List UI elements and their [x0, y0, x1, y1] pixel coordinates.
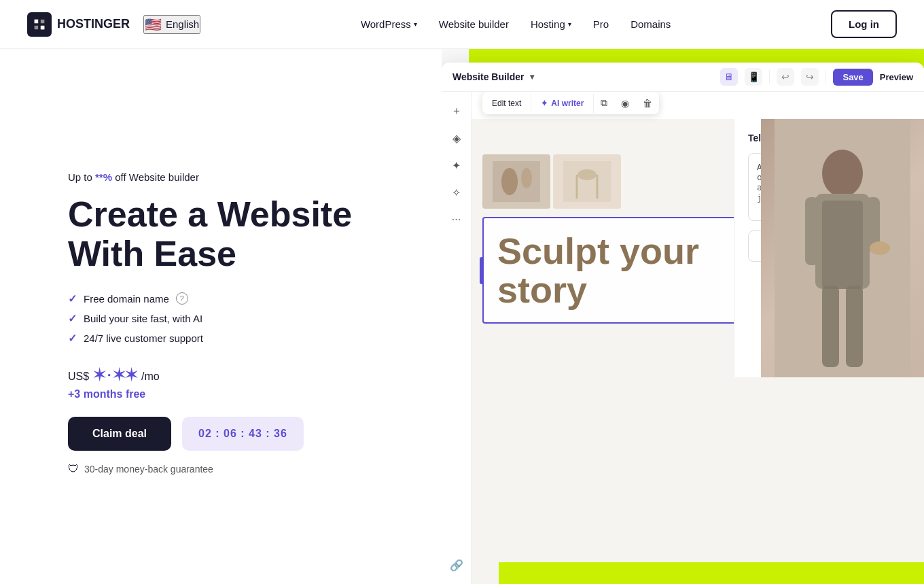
- nav-pro[interactable]: Pro: [593, 18, 609, 30]
- nav-wordpress[interactable]: WordPress ▾: [361, 18, 417, 30]
- price-display: ✶ ● ✶✶: [93, 366, 137, 384]
- info-icon[interactable]: ?: [176, 292, 188, 305]
- countdown-timer: 02 : 06 : 43 : 36: [182, 417, 304, 451]
- guarantee-text: 30-day money-back guarantee: [84, 464, 213, 475]
- nav-hosting-label: Hosting: [531, 18, 565, 30]
- builder-canvas: Spin & Glaze: [472, 92, 924, 584]
- logo-text: HOSTINGER: [57, 17, 130, 31]
- desktop-view-icon[interactable]: 🖥: [720, 68, 738, 86]
- pottery-image-2: [563, 161, 611, 202]
- toolbar-separator-2: [825, 70, 826, 84]
- shield-icon: 🛡: [68, 463, 79, 475]
- price-dot: ●: [107, 372, 111, 378]
- claim-deal-button[interactable]: Claim deal: [68, 417, 171, 451]
- navbar: HOSTINGER 🇺🇸 English WordPress ▾ Website…: [0, 0, 924, 49]
- logo[interactable]: HOSTINGER: [27, 12, 130, 37]
- thumbnail-2: [553, 154, 621, 209]
- browser-toolbar: Website Builder ▾ 🖥 📱 ↩ ↪ Save Preview: [442, 63, 924, 92]
- preview-icon[interactable]: ◉: [614, 92, 636, 114]
- feature-support-text: 24/7 live customer support: [84, 332, 203, 344]
- resize-handle-left[interactable]: [480, 257, 484, 284]
- edit-toolbar: Edit text ✦ AI writer ⧉ ◉ 🗑: [482, 92, 659, 114]
- site-photo-area: [761, 119, 924, 377]
- duplicate-icon[interactable]: ⧉: [594, 92, 614, 114]
- check-icon-1: ✓: [68, 292, 77, 305]
- offer-badge: Up to **% off Website builder: [68, 171, 414, 183]
- per-month-label: /mo: [141, 371, 160, 383]
- edit-text-button[interactable]: Edit text: [482, 93, 531, 114]
- features-list: ✓ Free domain name ? ✓ Build your site f…: [68, 292, 414, 345]
- builder-body: ＋ ◈ ✦ ✧ ··· 🔗 Spin & Glaze: [442, 92, 924, 584]
- builder-preview-section: Website Builder ▾ 🖥 📱 ↩ ↪ Save Preview: [442, 49, 924, 584]
- toolbar-left: Website Builder ▾: [452, 71, 534, 82]
- nav-website-builder[interactable]: Website builder: [439, 18, 509, 30]
- lime-accent-bottom: [499, 562, 924, 584]
- currency-label: US$: [68, 371, 89, 383]
- svg-point-4: [578, 169, 597, 180]
- mobile-view-icon[interactable]: 📱: [745, 68, 762, 86]
- svg-point-1: [501, 168, 518, 195]
- chevron-down-icon: ▾: [414, 20, 417, 28]
- feature-support: ✓ 24/7 live customer support: [68, 332, 414, 345]
- undo-icon[interactable]: ↩: [777, 68, 794, 86]
- sidebar-link-icon[interactable]: 🔗: [446, 554, 467, 576]
- nav-hosting[interactable]: Hosting ▾: [531, 18, 571, 30]
- nav-left: HOSTINGER 🇺🇸 English: [27, 12, 200, 37]
- offer-suffix: off Website builder: [112, 171, 199, 183]
- builder-site-name: Website Builder: [452, 71, 525, 82]
- site-text-area: Edit text ✦ AI writer ⧉ ◉ 🗑: [472, 119, 761, 377]
- price-row: US$ ✶ ● ✶✶ /mo: [68, 366, 414, 384]
- nav-domains[interactable]: Domains: [630, 18, 671, 30]
- price-star-1: ✶: [93, 366, 105, 384]
- offer-text: Up to: [68, 171, 95, 183]
- delete-icon[interactable]: 🗑: [636, 92, 659, 114]
- offer-highlight: **%: [95, 171, 112, 183]
- nav-pro-label: Pro: [593, 18, 609, 30]
- pottery-image-1: [493, 161, 540, 202]
- svg-rect-12: [822, 286, 839, 367]
- toolbar-separator: [769, 70, 770, 84]
- ai-sparkle-icon: ✦: [541, 99, 548, 108]
- save-button[interactable]: Save: [833, 69, 872, 86]
- hero-sculpt-text: Sculpt your story: [497, 232, 735, 309]
- feature-free-domain-text: Free domain name: [84, 293, 169, 305]
- language-label: English: [166, 18, 199, 30]
- chevron-down-icon-3: ▾: [530, 72, 534, 82]
- sidebar-layers-icon[interactable]: ◈: [446, 127, 467, 149]
- svg-rect-3: [563, 161, 611, 202]
- sidebar-more-icon[interactable]: ···: [446, 209, 467, 230]
- ai-writer-button[interactable]: ✦ AI writer: [531, 93, 593, 114]
- site-main-area: Edit text ✦ AI writer ⧉ ◉ 🗑: [472, 119, 924, 377]
- login-button[interactable]: Log in: [831, 10, 897, 38]
- site-photo-inner: [761, 119, 924, 377]
- ai-writer-label: AI writer: [551, 99, 584, 108]
- toolbar-right: 🖥 📱 ↩ ↪ Save Preview: [720, 68, 913, 86]
- price-star-2: ✶✶: [113, 366, 137, 384]
- language-selector[interactable]: 🇺🇸 English: [143, 15, 200, 34]
- text-box-selected[interactable]: Sculpt your story: [482, 217, 750, 324]
- nav-center: WordPress ▾ Website builder Hosting ▾ Pr…: [361, 18, 671, 30]
- sidebar-ai-icon[interactable]: ✦: [446, 154, 467, 176]
- browser-window: Website Builder ▾ 🖥 📱 ↩ ↪ Save Preview: [442, 63, 924, 584]
- check-icon-2: ✓: [68, 312, 77, 325]
- nav-wordpress-label: WordPress: [361, 18, 411, 30]
- nav-right: Log in: [831, 10, 897, 38]
- builder-sidebar: ＋ ◈ ✦ ✧ ··· 🔗: [442, 92, 472, 584]
- svg-rect-14: [822, 201, 863, 289]
- sidebar-add-icon[interactable]: ＋: [446, 100, 467, 122]
- redo-icon[interactable]: ↪: [801, 68, 819, 86]
- nav-website-builder-label: Website builder: [439, 18, 509, 30]
- hero-title: Create a Website With Ease: [68, 195, 414, 273]
- sidebar-sparkle-icon[interactable]: ✧: [446, 182, 467, 203]
- feature-ai-text: Build your site fast, with AI: [84, 313, 202, 324]
- hero-section: Up to **% off Website builder Create a W…: [0, 49, 442, 584]
- free-months-badge: +3 months free: [68, 388, 414, 400]
- preview-button[interactable]: Preview: [880, 72, 913, 82]
- feature-ai: ✓ Build your site fast, with AI: [68, 312, 414, 325]
- svg-rect-10: [805, 197, 819, 265]
- canvas-content: Spin & Glaze: [472, 92, 924, 377]
- cta-row: Claim deal 02 : 06 : 43 : 36: [68, 417, 414, 451]
- image-thumbnails: [482, 154, 750, 209]
- svg-rect-13: [846, 286, 863, 367]
- main-content: Up to **% off Website builder Create a W…: [0, 49, 924, 584]
